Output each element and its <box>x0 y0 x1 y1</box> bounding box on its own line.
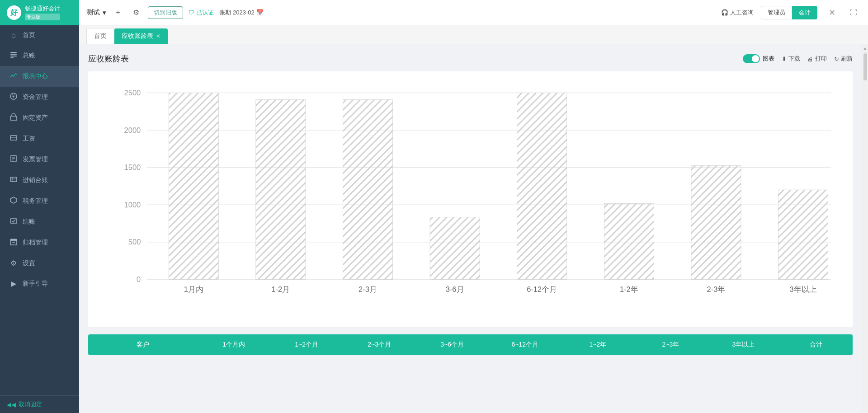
svg-text:6-12个月: 6-12个月 <box>527 285 557 293</box>
refresh-button[interactable]: ↻ 刷新 <box>834 55 853 63</box>
invoice-icon <box>9 155 18 164</box>
tab-ar-aging[interactable]: 应收账龄表 ✕ <box>114 28 168 44</box>
svg-rect-41 <box>517 93 567 280</box>
svg-text:2500: 2500 <box>124 89 141 97</box>
project-name: 测试 <box>86 8 100 17</box>
tab-ar-label: 应收账龄表 <box>122 32 153 40</box>
svg-rect-7 <box>10 136 17 140</box>
header-1month: 1个月内 <box>198 334 270 355</box>
sidebar-logo: 好 畅捷通好会计 专业版 <box>0 0 79 25</box>
svg-text:3年以上: 3年以上 <box>789 285 816 293</box>
manager-button[interactable]: 管理员 <box>761 6 792 19</box>
sidebar-item-label: 报表中心 <box>23 72 48 80</box>
tab-home[interactable]: 首页 <box>86 28 114 44</box>
svg-rect-18 <box>10 239 17 240</box>
consult-button[interactable]: 🎧 人工咨询 <box>721 9 754 17</box>
sidebar-item-payroll[interactable]: 工资 <box>0 128 79 149</box>
unfix-icon: ◀◀ <box>7 401 16 408</box>
print-button[interactable]: 🖨 打印 <box>807 55 827 63</box>
scroll-up[interactable]: ▲ <box>862 44 868 52</box>
sidebar-item-fund[interactable]: ¥ 资金管理 <box>0 87 79 108</box>
toggle-thumb <box>752 55 759 62</box>
download-button[interactable]: ⬇ 下载 <box>782 55 800 63</box>
header-3plus-year: 3年以上 <box>707 334 780 355</box>
sidebar-item-label: 工资 <box>23 135 35 143</box>
sidebar-item-home[interactable]: ⌂ 首页 <box>0 25 79 45</box>
sidebar-scroll: ⌂ 首页 总账 报表中心 ¥ 资金管理 固定资产 <box>0 25 79 395</box>
dropdown-icon: ▾ <box>103 9 106 17</box>
sidebar-item-label: 新手引导 <box>23 280 48 288</box>
sidebar-item-fixed-assets[interactable]: 固定资产 <box>0 108 79 128</box>
project-selector[interactable]: 测试 ▾ <box>86 8 106 17</box>
sidebar-item-label: 设置 <box>23 259 35 268</box>
svg-rect-3 <box>10 57 14 58</box>
sidebar-item-invoice[interactable]: 发票管理 <box>0 149 79 170</box>
ledger-icon <box>9 51 18 60</box>
table-header: 客户 1个月内 1~2个月 2~3个月 3~6个月 6~12个月 1~2年 2~… <box>88 334 853 355</box>
period-badge: 账期 2023-02 📅 <box>219 9 264 17</box>
svg-rect-43 <box>604 203 654 279</box>
sidebar-item-closing[interactable]: 结账 <box>0 211 79 232</box>
svg-text:1-2月: 1-2月 <box>271 285 290 293</box>
sidebar-item-label: 首页 <box>23 31 35 39</box>
logo-badge: 专业版 <box>25 14 60 20</box>
sidebar-item-label: 结账 <box>23 218 35 226</box>
svg-text:1500: 1500 <box>124 163 141 171</box>
consult-label: 人工咨询 <box>730 9 754 17</box>
chart-svg: 0 500 1000 1500 2000 2500 1月内 <box>97 80 844 317</box>
content: 应收账龄表 图表 ⬇ 下载 🖨 打印 <box>79 44 868 413</box>
period-value: 2023-02 <box>233 9 255 16</box>
sidebar-item-label: 固定资产 <box>23 114 48 122</box>
svg-rect-1 <box>10 54 17 55</box>
download-label: 下载 <box>788 55 800 63</box>
scrollbar-track: ▲ <box>862 44 868 413</box>
headset-icon: 🎧 <box>721 9 728 16</box>
header-2-3year: 2~3年 <box>634 334 707 355</box>
close-button[interactable]: ✕ <box>825 5 839 20</box>
table-container: 客户 1个月内 1~2个月 2~3个月 3~6个月 6~12个月 1~2年 2~… <box>88 334 853 355</box>
unfix-label: 取消固定 <box>19 400 42 408</box>
sidebar: 好 畅捷通好会计 专业版 ⌂ 首页 总账 报表中心 ¥ 资金管理 <box>0 0 79 413</box>
toolbar: 图表 ⬇ 下载 🖨 打印 ↻ 刷新 <box>743 54 853 63</box>
print-label: 打印 <box>815 55 827 63</box>
toggle-track[interactable] <box>743 54 760 63</box>
switch-old-version-button[interactable]: 切到旧版 <box>148 6 183 19</box>
svg-text:2-3年: 2-3年 <box>707 285 726 293</box>
sidebar-item-label: 发票管理 <box>23 155 48 164</box>
sidebar-unfix[interactable]: ◀◀ 取消固定 <box>0 395 79 413</box>
sidebar-item-tax[interactable]: 税务管理 <box>0 191 79 211</box>
add-button[interactable]: ＋ <box>112 6 124 19</box>
settings-header-button[interactable]: ⚙ <box>130 6 142 19</box>
accountant-button[interactable]: 会计 <box>792 6 817 19</box>
sidebar-item-label: 归档管理 <box>23 239 48 247</box>
chart-toggle-label: 图表 <box>763 55 774 63</box>
shield-icon: 🛡 <box>189 9 194 16</box>
tab-close-icon[interactable]: ✕ <box>156 33 160 39</box>
expand-button[interactable]: ⛶ <box>846 5 861 20</box>
archive-icon <box>9 238 18 247</box>
sidebar-item-guide[interactable]: ▶ 新手引导 <box>0 273 79 294</box>
sidebar-item-purchase-sales[interactable]: 进销台账 <box>0 170 79 191</box>
sidebar-item-settings[interactable]: ⚙ 设置 <box>0 253 79 273</box>
content-main: 应收账龄表 图表 ⬇ 下载 🖨 打印 <box>79 44 862 413</box>
svg-text:1-2年: 1-2年 <box>620 285 638 293</box>
payroll-icon <box>9 134 18 143</box>
svg-rect-16 <box>10 219 17 223</box>
sidebar-item-general-ledger[interactable]: 总账 <box>0 45 79 66</box>
period-label: 账期 <box>219 9 231 17</box>
header-customer: 客户 <box>88 334 198 355</box>
header-1-2year: 1~2年 <box>561 334 634 355</box>
svg-rect-13 <box>10 177 17 182</box>
refresh-label: 刷新 <box>841 55 853 63</box>
sidebar-item-archive[interactable]: 归档管理 <box>0 232 79 253</box>
header-3-6month: 3~6个月 <box>416 334 489 355</box>
logo-name: 畅捷通好会计 <box>25 5 60 13</box>
svg-rect-33 <box>169 93 218 280</box>
sidebar-item-report-center[interactable]: 报表中心 <box>0 66 79 87</box>
svg-rect-17 <box>10 240 17 245</box>
svg-rect-2 <box>10 56 17 56</box>
chart-toggle[interactable]: 图表 <box>743 54 774 63</box>
scroll-thumb[interactable] <box>863 53 867 80</box>
svg-text:¥: ¥ <box>12 94 15 99</box>
home-icon: ⌂ <box>9 31 18 39</box>
